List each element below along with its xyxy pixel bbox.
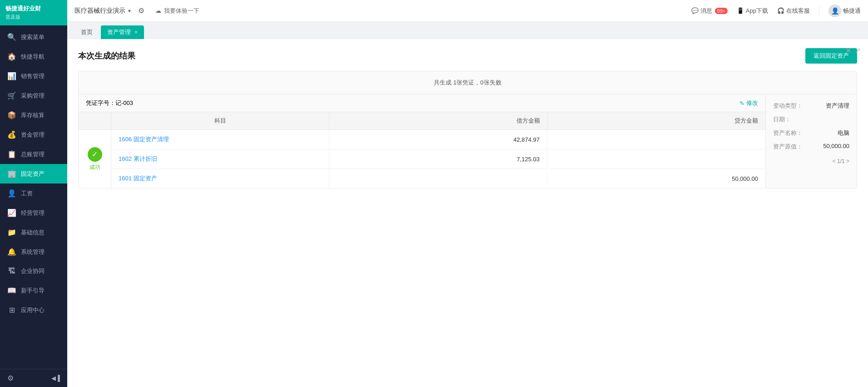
sidebar-item-label: 企业协同 [21,267,45,275]
user-profile-action[interactable]: 👤 畅捷通 [828,5,861,17]
original-value-value: 50,000.00 [823,143,849,151]
notification-action[interactable]: 💬 消息 99+ [691,7,728,15]
sidebar-item-label: 新手引导 [21,287,45,295]
online-service-label: 在线客服 [786,7,810,15]
company-name: 医疗器械行业演示 [74,7,125,15]
username-label: 畅捷通 [843,7,861,15]
sidebar: 畅捷通好业财 普及版 🔍 搜索菜单 🏠 快捷导航 📊 销售管理 🛒 采购管理 📦… [0,0,67,387]
sidebar-item-guide[interactable]: 📖 新手引导 [0,281,67,300]
row2-credit [547,154,765,164]
sidebar-item-label: 搜索菜单 [21,33,45,41]
topbar-left: 医疗器械行业演示 ▾ ⚙ ☁ 我要体验一下 [74,6,199,15]
table-row: 1601 固定资产 50,000.00 [111,169,765,188]
notification-label: 消息 [700,7,712,15]
row3-credit: 50,000.00 [547,170,765,188]
sidebar-item-label: 销售管理 [21,72,45,80]
sidebar-item-label: 经营管理 [21,209,45,217]
sidebar-item-payroll[interactable]: 👤 工资 [0,184,67,203]
sidebar-item-capital[interactable]: 💰 资金管理 [0,125,67,144]
content-area: ✕ ⤢ 本次生成的结果 返回固定资产 共生成 1张凭证，0张失败 凭证字号：记-… [67,39,868,387]
result-summary: 共生成 1张凭证，0张失败 [79,71,857,94]
company-selector[interactable]: 医疗器械行业演示 ▾ [74,7,131,15]
tab-close-icon[interactable]: × [134,29,138,35]
change-type-label: 变动类型： [773,102,803,110]
row2-subject: 1602 累计折旧 [111,149,329,169]
sidebar-item-app-center[interactable]: ⊞ 应用中心 [0,300,67,320]
collapse-icon[interactable]: ◀▐ [51,375,60,382]
capital-icon: 💰 [7,130,16,139]
row3-debit [329,173,547,184]
sidebar-item-ledger[interactable]: 📋 总账管理 [0,144,67,164]
voucher-code: 凭证字号：记-003 [86,99,133,107]
table-row: 1606 固定资产清理 42,874.97 [111,130,765,149]
payroll-icon: 👤 [7,189,16,198]
guide-icon: 📖 [7,286,16,295]
asset-name-value: 电脑 [838,129,849,137]
expand-panel-icon[interactable]: ⤢ [855,46,861,55]
original-value-label: 资产原值： [773,143,803,151]
sales-icon: 📊 [7,72,16,80]
edit-button[interactable]: ✎ 修改 [739,99,758,107]
operations-icon: 📈 [7,208,16,217]
voucher-side-panel: 变动类型： 资产清理 日期： 资产名称： 电脑 资产原值： 50,000.00 [766,94,857,188]
success-indicator: ✓ 成功 [79,130,111,188]
success-text: 成功 [89,164,100,171]
headset-icon: 🎧 [777,7,784,14]
sidebar-header: 畅捷通好业财 普及版 [0,0,67,25]
page-title: 本次生成的结果 [78,50,135,61]
app-download-action[interactable]: 📱 App下载 [737,7,768,15]
sidebar-item-system[interactable]: 🔔 系统管理 [0,242,67,262]
change-type-value: 资产清理 [826,102,849,110]
sidebar-item-enterprise[interactable]: 🏗 企业协同 [0,262,67,281]
voucher-main: 凭证字号：记-003 ✎ 修改 科目 借方金额 [79,94,766,188]
tabbar: 首页 资产管理 × [67,22,868,39]
sidebar-item-quick-nav[interactable]: 🏠 快捷导航 [0,47,67,66]
result-panel: 共生成 1张凭证，0张失败 凭证字号：记-003 ✎ 修改 [78,71,857,189]
close-panel-icon[interactable]: ✕ [845,46,851,55]
cloud-icon: ☁ [155,7,161,14]
sidebar-item-purchase[interactable]: 🛒 采购管理 [0,86,67,105]
tab-asset-management[interactable]: 资产管理 × [101,25,144,39]
row1-credit [547,134,765,145]
row1-debit: 42,874.97 [329,131,547,149]
phone-icon: 📱 [737,7,744,14]
sidebar-item-basic-info[interactable]: 📁 基础信息 [0,223,67,242]
app-logo-text: 畅捷通好业财 [5,5,41,13]
sidebar-item-inventory[interactable]: 📦 库存核算 [0,105,67,125]
purchase-icon: 🛒 [7,91,16,100]
sidebar-nav: 🔍 搜索菜单 🏠 快捷导航 📊 销售管理 🛒 采购管理 📦 库存核算 💰 资金管… [0,25,67,369]
avatar-icon: 👤 [831,7,839,15]
topbar-divider [819,6,819,15]
experience-button[interactable]: ☁ 我要体验一下 [155,7,199,15]
sidebar-item-search[interactable]: 🔍 搜索菜单 [0,27,67,47]
col-header-credit: 贷方金额 [548,112,765,129]
sidebar-item-label: 库存核算 [21,111,45,119]
sidebar-item-sales[interactable]: 📊 销售管理 [0,66,67,86]
side-original-value: 资产原值： 50,000.00 [773,143,849,151]
pagination[interactable]: < 1/1 > [773,158,849,164]
sidebar-item-label: 总账管理 [21,150,45,159]
sidebar-item-operations[interactable]: 📈 经营管理 [0,203,67,223]
settings-footer-icon[interactable]: ⚙ [7,374,14,382]
home-icon: 🏠 [7,52,16,61]
topbar-settings-icon[interactable]: ⚙ [138,6,144,15]
online-service-action[interactable]: 🎧 在线客服 [777,7,810,15]
table-header: 科目 借方金额 贷方金额 [79,112,765,130]
app-center-icon: ⊞ [7,306,16,314]
date-label: 日期： [773,115,791,124]
voucher-section: 凭证字号：记-003 ✎ 修改 科目 借方金额 [79,94,857,188]
edit-label: 修改 [746,99,758,107]
sidebar-item-label: 固定资产 [21,170,45,178]
sidebar-item-fixed-assets[interactable]: 🏢 固定资产 [0,164,67,184]
notification-icon: 💬 [691,7,699,14]
col-header-subject: 科目 [111,112,329,129]
tab-home[interactable]: 首页 [74,25,99,39]
sidebar-item-label: 系统管理 [21,248,45,256]
notification-badge: 99+ [715,8,728,14]
asset-name-label: 资产名称： [773,129,803,137]
topbar: 医疗器械行业演示 ▾ ⚙ ☁ 我要体验一下 💬 消息 99+ 📱 App下载 [67,0,868,22]
sidebar-item-label: 工资 [21,189,33,198]
page-header: 本次生成的结果 返回固定资产 [78,48,857,64]
chevron-down-icon: ▾ [128,8,131,14]
sidebar-item-label: 资金管理 [21,131,45,139]
